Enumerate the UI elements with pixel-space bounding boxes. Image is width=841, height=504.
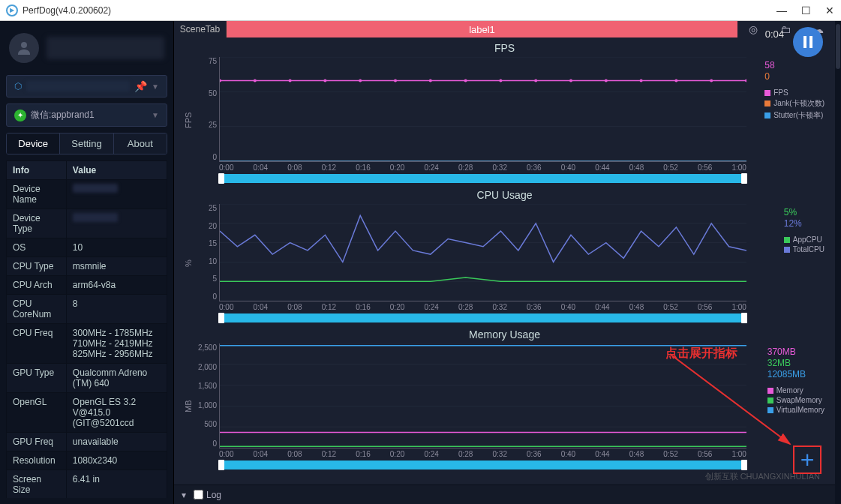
svg-point-13 bbox=[499, 80, 502, 82]
app-logo-icon bbox=[6, 4, 18, 16]
sidebar: ⬡ 📌 ▼ ✦ 微信:appbrand1 ▼ Device Setting Ab… bbox=[0, 21, 174, 504]
avatar-icon bbox=[9, 33, 39, 63]
chart-legend: 580FPSJank(卡顿次数)Stutter(卡顿率) bbox=[764, 60, 824, 121]
tab-about[interactable]: About bbox=[113, 134, 167, 154]
info-key: OpenGL bbox=[7, 393, 67, 433]
window-title: PerfDog(v4.0.200602) bbox=[23, 5, 111, 16]
chart-title: FPS bbox=[180, 40, 829, 57]
info-value: 8 bbox=[66, 295, 167, 324]
value-header: Value bbox=[66, 161, 167, 180]
svg-point-15 bbox=[569, 80, 572, 82]
y-axis-ticks: 7550250 bbox=[197, 57, 217, 161]
y-axis-label: MB bbox=[180, 344, 197, 470]
device-selector[interactable]: ⬡ 📌 ▼ bbox=[6, 75, 167, 98]
caret-down-icon[interactable]: ▾ bbox=[182, 490, 186, 500]
time-slider[interactable] bbox=[219, 314, 746, 322]
y-axis-ticks: 2520151050 bbox=[197, 204, 217, 301]
plus-icon: + bbox=[800, 448, 815, 472]
wechat-icon: ✦ bbox=[14, 110, 26, 122]
expand-metrics-button[interactable]: + bbox=[793, 446, 821, 474]
info-key: CPU Type bbox=[7, 257, 67, 276]
location-icon[interactable]: ◎ bbox=[749, 23, 758, 35]
chevron-down-icon: ▼ bbox=[152, 111, 159, 119]
close-button[interactable]: ✕ bbox=[824, 5, 835, 16]
svg-point-5 bbox=[220, 80, 221, 82]
pin-icon[interactable]: 📌 bbox=[134, 80, 147, 92]
bottom-bar: ▾ Log bbox=[174, 484, 835, 504]
plot-area[interactable]: 7550250 bbox=[219, 57, 746, 162]
minimize-button[interactable]: — bbox=[776, 5, 787, 16]
plot-area[interactable]: 2520151050 bbox=[219, 204, 746, 302]
svg-point-10 bbox=[394, 80, 397, 82]
window-titlebar: PerfDog(v4.0.200602) — ☐ ✕ bbox=[0, 0, 841, 21]
tab-device[interactable]: Device bbox=[7, 134, 59, 154]
time-slider[interactable] bbox=[219, 174, 746, 183]
y-axis-label: FPS bbox=[180, 57, 197, 183]
svg-point-8 bbox=[323, 80, 326, 82]
info-value: 300MHz - 1785MHz710MHz - 2419MHz825MHz -… bbox=[66, 324, 167, 364]
svg-point-0 bbox=[21, 42, 27, 48]
device-name-redacted bbox=[26, 81, 130, 92]
sidebar-tabs: Device Setting About bbox=[6, 133, 167, 154]
info-value: arm64-v8a bbox=[66, 276, 167, 295]
x-axis-ticks: 0:000:040:080:120:160:200:240:280:320:36… bbox=[219, 162, 746, 172]
info-key: CPU Arch bbox=[7, 276, 67, 295]
info-key: Device Type bbox=[7, 209, 67, 238]
y-axis-label: % bbox=[180, 204, 197, 322]
info-key: Resolution bbox=[7, 452, 67, 470]
username-redacted bbox=[47, 37, 164, 59]
scene-bar: SceneTab label1 ◎ 🗀 ☁ bbox=[174, 21, 835, 38]
info-key: CPU CoreNum bbox=[7, 295, 67, 324]
svg-point-6 bbox=[254, 80, 257, 82]
info-value: 10 bbox=[66, 238, 167, 257]
annotation-text: 点击展开指标 bbox=[665, 346, 737, 362]
main-panel: SceneTab label1 ◎ 🗀 ☁ 0:04 FPS FPS 75502… bbox=[174, 21, 835, 504]
scrollbar-right[interactable] bbox=[835, 21, 841, 504]
chart-cpu-usage: CPU Usage % 2520151050 0:000:040:080:120… bbox=[180, 188, 829, 322]
info-value: unavailable bbox=[66, 433, 167, 452]
chart-fps: FPS FPS 7550250 0:000:040:080:120:160:20… bbox=[180, 40, 829, 183]
svg-point-20 bbox=[745, 80, 746, 82]
info-key: GPU Type bbox=[7, 364, 67, 393]
elapsed-timer: 0:04 bbox=[765, 28, 784, 40]
info-key: CPU Freq bbox=[7, 324, 67, 364]
chevron-down-icon: ▼ bbox=[152, 82, 159, 91]
time-slider[interactable] bbox=[219, 460, 746, 470]
info-value: 6.41 in bbox=[66, 470, 167, 499]
svg-point-19 bbox=[710, 80, 713, 82]
info-value: OpenGL ES 3.2 V@415.0 (GIT@5201ccd bbox=[66, 393, 167, 433]
pause-button[interactable] bbox=[793, 27, 823, 57]
scene-tab[interactable]: SceneTab bbox=[174, 21, 227, 38]
y-axis-ticks: 2,5002,0001,5001,0005000 bbox=[197, 344, 217, 448]
svg-point-18 bbox=[674, 80, 677, 82]
android-icon: ⬡ bbox=[14, 81, 22, 92]
info-value: Qualcomm Adreno (TM) 640 bbox=[66, 364, 167, 393]
chart-title: CPU Usage bbox=[180, 188, 829, 204]
svg-point-9 bbox=[359, 80, 362, 82]
x-axis-ticks: 0:000:040:080:120:160:200:240:280:320:36… bbox=[219, 302, 746, 311]
info-value: msmnile bbox=[66, 257, 167, 276]
chart-legend: 5%12%AppCPUTotalCPU bbox=[784, 207, 824, 254]
svg-point-7 bbox=[289, 80, 292, 82]
app-selector-label: 微信:appbrand1 bbox=[31, 109, 95, 122]
x-axis-ticks: 0:000:040:080:120:160:200:240:280:320:36… bbox=[219, 448, 746, 458]
svg-point-11 bbox=[429, 80, 432, 82]
svg-point-17 bbox=[640, 80, 643, 82]
info-value bbox=[66, 209, 167, 238]
chart-legend: 370MB32MB12085MBMemorySwapMemoryVirtualM… bbox=[767, 346, 824, 414]
info-key: Screen Size bbox=[7, 470, 67, 499]
tab-setting[interactable]: Setting bbox=[59, 134, 113, 154]
app-selector[interactable]: ✦ 微信:appbrand1 ▼ bbox=[6, 104, 167, 127]
user-profile[interactable] bbox=[6, 27, 167, 69]
charts-area: FPS FPS 7550250 0:000:040:080:120:160:20… bbox=[174, 38, 835, 484]
scene-label[interactable]: label1 bbox=[227, 21, 737, 38]
info-key: Device Name bbox=[7, 180, 67, 209]
device-info-table: InfoValue Device NameDevice TypeOS10CPU … bbox=[6, 160, 167, 498]
maximize-button[interactable]: ☐ bbox=[800, 5, 811, 16]
info-key: OS bbox=[7, 238, 67, 257]
info-value: 1080x2340 bbox=[66, 452, 167, 470]
svg-point-12 bbox=[464, 80, 467, 82]
chart-title: Memory Usage bbox=[180, 327, 829, 344]
log-checkbox[interactable]: Log bbox=[194, 490, 221, 500]
info-value bbox=[66, 180, 167, 209]
